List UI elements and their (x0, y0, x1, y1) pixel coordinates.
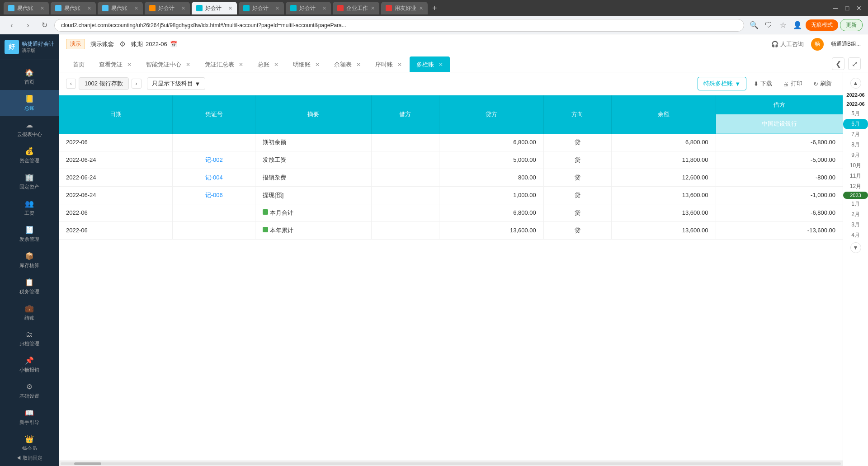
forward-button[interactable]: › (22, 19, 34, 32)
tab-9[interactable]: 用友好业 ✕ (381, 2, 428, 14)
timeline-month-10[interactable]: 10月 (843, 160, 868, 171)
close-summary-tab[interactable]: ✕ (239, 61, 243, 68)
tab-close-9[interactable]: ✕ (419, 5, 423, 11)
new-tab-button[interactable]: + (429, 4, 440, 13)
voucher-link[interactable]: 记-006 (205, 192, 223, 198)
back-button[interactable]: ‹ (5, 19, 18, 32)
unpin-button[interactable]: ◀ 取消固定 (5, 455, 54, 461)
horizontal-scrollbar[interactable] (59, 461, 843, 466)
sidebar-item-invoice[interactable]: 🧾 发票管理 (0, 221, 59, 247)
page-tab-voucher-summary[interactable]: 凭证汇总表 ✕ (198, 56, 250, 72)
timeline-month-2[interactable]: 2月 (843, 209, 868, 220)
sidebar-item-inventory[interactable]: 📦 库存核算 (0, 247, 59, 273)
col-summary: 摘要 (255, 95, 372, 134)
update-button[interactable]: 更新 (840, 19, 863, 31)
address-input[interactable] (54, 19, 744, 32)
tab-close-3[interactable]: ✕ (134, 5, 138, 11)
tab-6[interactable]: 好会计 ✕ (239, 2, 284, 14)
sidebar-item-expense[interactable]: 📌 小畅报销 (0, 352, 59, 378)
sidebar-item-settings[interactable]: ⚙ 基础设置 (0, 378, 59, 404)
timeline-month-5[interactable]: 5月 (843, 108, 868, 119)
scrollbar-thumb[interactable] (74, 462, 101, 465)
page-tab-multicol-label: 多栏账 (416, 61, 434, 69)
tab-close-2[interactable]: ✕ (87, 5, 91, 11)
timeline-month-6[interactable]: 6月 (843, 119, 868, 129)
sidebar-label-cloud: 云报表中心 (17, 131, 42, 138)
sidebar-label-assets: 固定资产 (19, 184, 39, 190)
wuhen-button[interactable]: 无痕模式 (806, 19, 838, 31)
sidebar-item-member[interactable]: 👑 畅会员 (0, 430, 59, 450)
sidebar-item-guide[interactable]: 📖 新手引导 (0, 404, 59, 430)
sidebar-item-funds[interactable]: 💰 资金管理 (0, 142, 59, 169)
page-tab-home[interactable]: 首页 (66, 56, 91, 72)
timeline-month-4[interactable]: 4月 (843, 230, 868, 240)
download-button[interactable]: ⬇ 下载 (750, 77, 776, 90)
page-tab-general-ledger[interactable]: 总账 ✕ (251, 56, 285, 72)
tab-close-7[interactable]: ✕ (322, 5, 326, 11)
tab-3[interactable]: 易代账 ✕ (98, 2, 143, 14)
tab-close-1[interactable]: ✕ (40, 5, 44, 11)
next-account-button[interactable]: › (132, 79, 142, 89)
tab-7[interactable]: 好会计 ✕ (286, 2, 331, 14)
maximize-button[interactable]: □ (842, 3, 853, 14)
page-tab-balance[interactable]: 余额表 ✕ (327, 56, 368, 72)
page-tab-multi-col[interactable]: 多栏账 ✕ (410, 56, 450, 72)
timeline-month-11[interactable]: 11月 (843, 171, 868, 181)
page-tab-detail-ledger[interactable]: 明细账 ✕ (286, 56, 326, 72)
close-sequence-tab[interactable]: ✕ (397, 61, 402, 68)
close-balance-tab[interactable]: ✕ (356, 61, 361, 68)
sidebar-item-ledger[interactable]: 📒 总账 (0, 90, 59, 116)
print-button[interactable]: 🖨 打印 (779, 77, 806, 90)
profile-icon[interactable]: 👤 (791, 19, 804, 32)
voucher-link[interactable]: 记-004 (205, 174, 223, 181)
tab-close-8[interactable]: ✕ (371, 5, 375, 11)
close-general-tab[interactable]: ✕ (274, 61, 278, 68)
sidebar-item-assets[interactable]: 🏢 固定资产 (0, 169, 59, 195)
multi-col-button[interactable]: 特殊多栏账 ▼ (698, 77, 746, 90)
page-tab-voucher[interactable]: 查看凭证 ✕ (92, 56, 138, 72)
sidebar-item-home[interactable]: 🏠 首页 (0, 64, 59, 90)
star-icon[interactable]: ☆ (777, 19, 789, 32)
tab-5[interactable]: 好会计 ✕ (192, 2, 237, 14)
prev-account-button[interactable]: ‹ (66, 79, 76, 89)
timeline-scroll-up[interactable]: ▲ (850, 78, 861, 89)
tab-close-6[interactable]: ✕ (275, 5, 279, 11)
minimize-button[interactable]: ─ (830, 3, 841, 14)
close-smart-tab[interactable]: ✕ (186, 61, 190, 68)
timeline-month-9[interactable]: 9月 (843, 150, 868, 160)
voucher-link[interactable]: 记-002 (205, 156, 223, 163)
page-tab-smart-voucher[interactable]: 智能凭证中心 ✕ (139, 56, 197, 72)
timeline-scroll-down[interactable]: ▼ (850, 242, 861, 253)
sidebar-item-tax[interactable]: 📋 税务管理 (0, 273, 59, 300)
refresh-button[interactable]: ↻ 刷新 (810, 77, 835, 90)
close-voucher-tab[interactable]: ✕ (127, 61, 132, 68)
timeline-month-3[interactable]: 3月 (843, 220, 868, 230)
sidebar-item-close[interactable]: 💼 结账 (0, 300, 59, 326)
timeline-month-7[interactable]: 7月 (843, 129, 868, 140)
tab-2[interactable]: 易代账 ✕ (51, 2, 96, 14)
close-multicol-tab[interactable]: ✕ (439, 61, 443, 68)
tab-expand-button[interactable]: ⤢ (848, 57, 861, 70)
tab-icon-4 (149, 5, 156, 11)
close-button[interactable]: ✕ (854, 3, 864, 14)
help-button[interactable]: 🎧 人工咨询 (771, 40, 804, 48)
calendar-icon[interactable]: 📅 (170, 41, 177, 47)
page-tab-sequence[interactable]: 序时账 ✕ (368, 56, 409, 72)
timeline-month-12[interactable]: 12月 (843, 181, 868, 192)
tab-4[interactable]: 好会计 ✕ (145, 2, 190, 14)
search-icon[interactable]: 🔍 (748, 19, 760, 32)
sub-filter-dropdown[interactable]: 只显示下级科目 ▼ (147, 77, 206, 90)
sidebar-item-salary[interactable]: 👥 工资 (0, 195, 59, 221)
tab-close-5[interactable]: ✕ (228, 5, 232, 11)
tab-8[interactable]: 企业工作 ✕ (333, 2, 379, 14)
reload-button[interactable]: ↻ (38, 19, 51, 32)
sidebar-item-archive[interactable]: 🗂 归档管理 (0, 326, 59, 352)
timeline-month-1[interactable]: 1月 (843, 199, 868, 209)
tab-collapse-button[interactable]: ❮ (832, 57, 844, 70)
sidebar-item-cloud-report[interactable]: ☁ 云报表中心 (0, 116, 59, 142)
account-settings-icon[interactable]: ⚙ (119, 40, 126, 48)
tab-1[interactable]: 易代账 ✕ (4, 2, 49, 14)
tab-close-4[interactable]: ✕ (181, 5, 185, 11)
timeline-month-8[interactable]: 8月 (843, 140, 868, 150)
close-detail-tab[interactable]: ✕ (315, 61, 320, 68)
